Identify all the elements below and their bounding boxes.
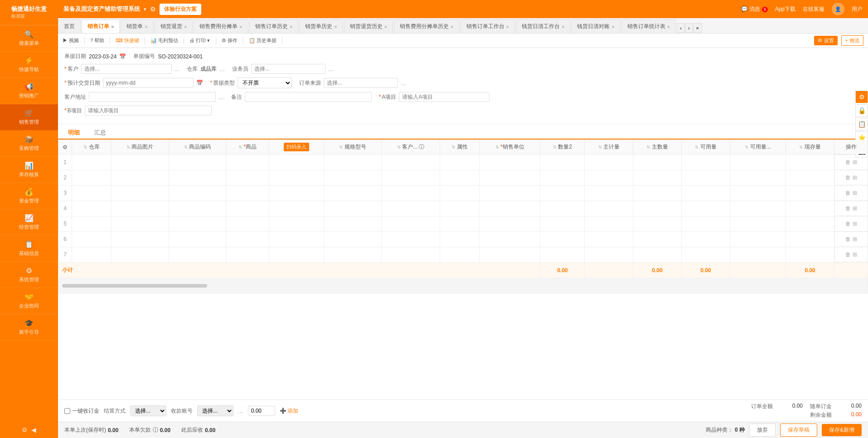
cell-1-3[interactable]	[226, 154, 269, 170]
cell-1-10[interactable]	[585, 154, 633, 170]
cell-5-7[interactable]	[440, 216, 479, 231]
collapse-icon[interactable]: ◀	[31, 426, 36, 433]
cell-3-5[interactable]	[324, 185, 382, 201]
staff-input[interactable]	[251, 64, 325, 74]
cell-5-13[interactable]	[730, 216, 786, 231]
system-dropdown-btn[interactable]: ▾	[144, 6, 146, 12]
cell-6-13[interactable]	[730, 231, 786, 247]
settlement-select[interactable]: 选择...	[130, 405, 166, 416]
one-click-label[interactable]: 一键收订金	[64, 407, 99, 415]
tab-close-1[interactable]: ×	[111, 24, 114, 29]
cell-7-6[interactable]	[381, 247, 440, 263]
add-receipt-btn[interactable]: ➕ 添加	[280, 407, 298, 415]
cell-5-3[interactable]	[226, 216, 269, 231]
tab-close-all-btn[interactable]: ×	[693, 23, 702, 33]
cell-3-3[interactable]	[226, 185, 269, 201]
cell-1-1[interactable]	[111, 154, 169, 170]
cell-6-8[interactable]	[479, 231, 540, 247]
cell-2-5[interactable]	[324, 170, 382, 185]
tab-close-8[interactable]: ×	[451, 24, 453, 29]
tab-6[interactable]: 销货单历史×	[299, 19, 343, 33]
cell-1-14[interactable]	[786, 154, 834, 170]
tab-4[interactable]: 销售费用分摊单×	[194, 19, 248, 33]
tab-close-12[interactable]: ×	[667, 24, 670, 29]
cell-7-4[interactable]	[269, 247, 324, 263]
tab-7[interactable]: 销货退货历史×	[344, 19, 393, 33]
sort-unit[interactable]: ⇅	[495, 144, 499, 149]
cell-4-8[interactable]	[479, 201, 540, 216]
tab-close-10[interactable]: ×	[562, 24, 564, 29]
tab-close-7[interactable]: ×	[384, 24, 387, 29]
customer-addr-input[interactable]	[89, 92, 216, 102]
cell-5-6[interactable]	[381, 216, 440, 231]
cell-7-7[interactable]	[440, 247, 479, 263]
cell-4-9[interactable]	[540, 201, 585, 216]
toolbar-help-btn[interactable]: ? 帮助	[90, 37, 104, 44]
cell-2-7[interactable]	[440, 170, 479, 185]
sidebar-item-0[interactable]: 🔍搜索菜单	[0, 25, 58, 52]
cell-3-8[interactable]	[479, 185, 540, 201]
tab-8[interactable]: 销售费用分摊单历史×	[394, 19, 459, 33]
sidebar-item-2[interactable]: 📢营销推广	[0, 78, 58, 104]
cell-6-2[interactable]	[169, 231, 226, 247]
cell-3-9[interactable]	[540, 185, 585, 201]
cell-6-10[interactable]	[585, 231, 633, 247]
solution-button[interactable]: 体验行业方案	[160, 4, 201, 15]
sort-available2[interactable]: ⇅	[745, 144, 748, 149]
cell-4-4[interactable]	[269, 201, 324, 216]
invoice-type-select[interactable]: 不开票	[238, 77, 292, 88]
cell-6-12[interactable]	[681, 231, 730, 247]
scan-enter-btn[interactable]: 扫码录入	[284, 143, 309, 151]
cell-4-14[interactable]	[786, 201, 834, 216]
tab-next-btn[interactable]: ›	[685, 23, 693, 33]
sort-warehouse[interactable]: ⇅	[83, 144, 87, 149]
sidebar-item-11[interactable]: 🎓新手引导	[0, 314, 58, 341]
cell-1-7[interactable]	[440, 154, 479, 170]
cell-4-6[interactable]	[381, 201, 440, 216]
cell-1-9[interactable]	[540, 154, 585, 170]
tab-2[interactable]: 销货单×	[121, 19, 153, 33]
cell-7-5[interactable]	[324, 247, 382, 263]
cell-2-0[interactable]	[72, 170, 112, 185]
cell-6-5[interactable]	[324, 231, 382, 247]
cell-2-9[interactable]	[540, 170, 585, 185]
tab-prev-btn[interactable]: ‹	[677, 23, 685, 33]
remark-input[interactable]	[245, 92, 372, 102]
sort-main-qty[interactable]: ⇅	[646, 144, 650, 149]
receipt-amount-input[interactable]	[248, 406, 275, 416]
sidebar-item-8[interactable]: 📋基础信息	[0, 236, 58, 262]
save-draft-button[interactable]: 保存草稿	[780, 424, 817, 437]
tab-close-11[interactable]: ×	[611, 24, 614, 29]
cell-6-4[interactable]	[269, 231, 324, 247]
table-scrollbar[interactable]	[62, 284, 207, 288]
cell-1-12[interactable]	[681, 154, 730, 170]
toolbar-operation-btn[interactable]: ⚙ 操作	[222, 37, 238, 44]
cell-2-4[interactable]	[269, 170, 324, 185]
cell-3-13[interactable]	[730, 185, 786, 201]
cell-6-9[interactable]	[540, 231, 585, 247]
cell-5-8[interactable]	[479, 216, 540, 231]
cell-3-0[interactable]	[72, 185, 112, 201]
cell-7-9[interactable]	[540, 247, 585, 263]
cell-2-8[interactable]	[479, 170, 540, 185]
cell-2-13[interactable]	[730, 170, 786, 185]
cell-5-14[interactable]	[786, 216, 834, 231]
row-delete-7[interactable]: 🗑	[845, 251, 851, 258]
cell-4-2[interactable]	[169, 201, 226, 216]
tab-3[interactable]: 销货退货×	[155, 19, 193, 33]
cell-4-12[interactable]	[681, 201, 730, 216]
cell-1-2[interactable]	[169, 154, 226, 170]
cell-7-2[interactable]	[169, 247, 226, 263]
sort-spec[interactable]: ⇅	[339, 144, 343, 149]
row-copy-1[interactable]: ⊞	[853, 159, 857, 165]
sidebar-item-7[interactable]: 📈经营管理	[0, 209, 58, 236]
tab-11[interactable]: 钱货日清对账×	[571, 19, 620, 33]
tab-12[interactable]: 销售订单统计表×	[621, 19, 676, 33]
tab-close-2[interactable]: ×	[145, 24, 147, 29]
cell-4-3[interactable]	[226, 201, 269, 216]
customer-input[interactable]	[81, 64, 172, 74]
settings-btn[interactable]: ⚙ 设置	[814, 36, 837, 45]
cell-2-3[interactable]	[226, 170, 269, 185]
cell-6-11[interactable]	[633, 231, 682, 247]
receipt-account-select[interactable]: 选择...	[197, 405, 233, 416]
